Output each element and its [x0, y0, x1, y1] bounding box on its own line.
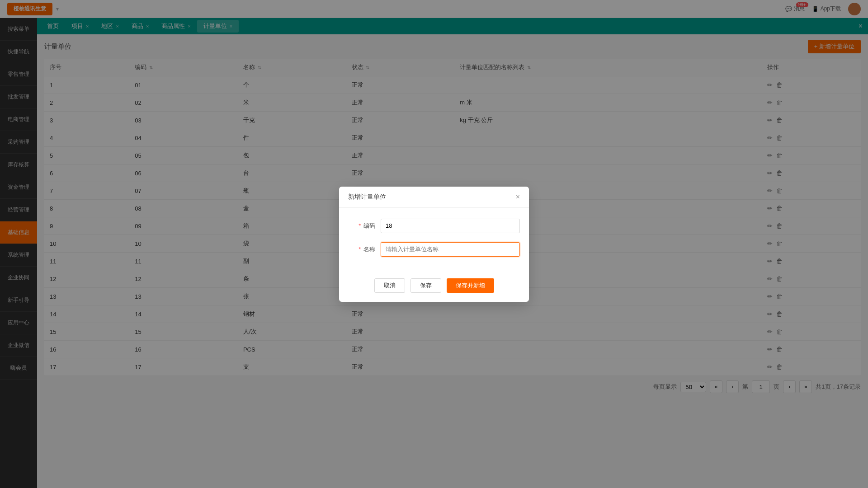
save-button[interactable]: 保存 — [410, 278, 441, 293]
required-mark-name: * — [359, 246, 361, 253]
add-unit-modal: 新增计量单位 × * 编码 * 名称 取消 保存 保存并新增 — [339, 187, 529, 302]
modal-title: 新增计量单位 — [348, 193, 386, 201]
name-label-text: 名称 — [363, 246, 375, 253]
modal-header: 新增计量单位 × — [339, 187, 529, 208]
name-input[interactable] — [381, 242, 520, 257]
code-label-text: 编码 — [363, 222, 375, 229]
code-input[interactable] — [381, 219, 520, 233]
code-label: * 编码 — [348, 222, 375, 230]
name-label: * 名称 — [348, 245, 375, 253]
modal-overlay: 新增计量单位 × * 编码 * 名称 取消 保存 保存并新增 — [0, 0, 868, 488]
form-row-name: * 名称 — [348, 242, 520, 257]
required-mark-code: * — [359, 222, 361, 229]
modal-close-button[interactable]: × — [516, 193, 520, 201]
modal-body: * 编码 * 名称 — [339, 208, 529, 273]
save-and-new-button[interactable]: 保存并新增 — [447, 278, 494, 293]
form-row-code: * 编码 — [348, 219, 520, 233]
cancel-button[interactable]: 取消 — [374, 278, 405, 293]
modal-footer: 取消 保存 保存并新增 — [339, 273, 529, 302]
